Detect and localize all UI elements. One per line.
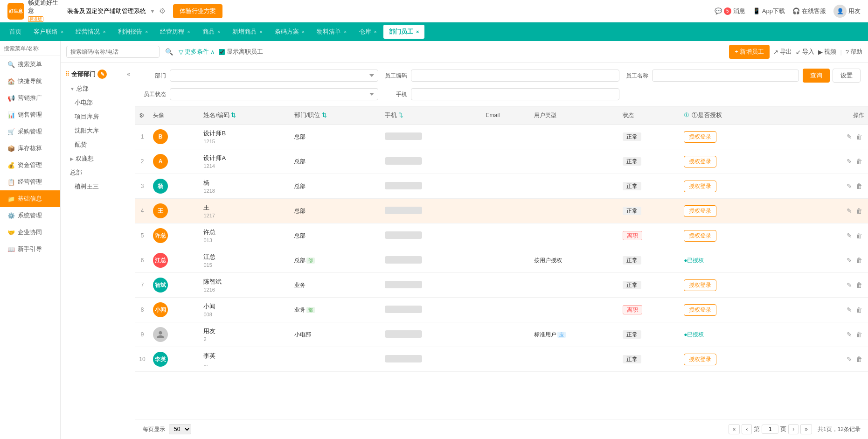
edit-button[interactable]: ✎ <box>845 132 854 141</box>
search-button[interactable]: 🔍 <box>163 46 175 57</box>
sort-icon[interactable]: ⇅ <box>231 111 236 118</box>
dept-item-zhishu[interactable]: 植树王三 <box>61 180 135 194</box>
tab-profit[interactable]: 利润报告× <box>112 25 153 39</box>
auth-login-button[interactable]: 授权登录 <box>684 279 716 291</box>
query-button[interactable]: 查询 <box>803 69 830 83</box>
auth-login-button[interactable]: 授权登录 <box>684 156 716 167</box>
phone-filter-input[interactable] <box>411 88 619 100</box>
sidebar-item-purchase[interactable]: 🛒 采购管理 <box>0 123 60 140</box>
auth-login-button[interactable]: 授权登录 <box>684 205 716 217</box>
close-icon[interactable]: × <box>374 29 377 35</box>
dept-filter-select[interactable] <box>170 70 378 82</box>
edit-button[interactable]: ✎ <box>845 206 854 216</box>
sidebar-item-search[interactable]: 🔍 搜索菜单 <box>0 56 60 73</box>
page-number-input[interactable] <box>762 425 778 434</box>
sidebar-search-input[interactable] <box>4 45 61 52</box>
help-button[interactable]: ? 帮助 <box>846 48 862 56</box>
edit-button[interactable]: ✎ <box>845 280 854 290</box>
sidebar-item-basic[interactable]: 📁 基础信息 <box>0 190 60 207</box>
sidebar-item-finance[interactable]: 💰 资金管理 <box>0 157 60 174</box>
last-page-button[interactable]: » <box>800 424 812 434</box>
tab-bom[interactable]: 物料清单× <box>311 25 352 39</box>
close-icon[interactable]: × <box>416 29 419 35</box>
delete-button[interactable]: 🗑 <box>854 330 864 339</box>
settings-icon[interactable]: ⚙ <box>139 112 145 119</box>
reset-button[interactable]: 设置 <box>833 69 861 83</box>
show-resigned-checkbox[interactable]: 显示离职员工 <box>219 48 263 56</box>
dept-collapse-icon[interactable]: « <box>127 71 130 77</box>
edit-button[interactable]: ✎ <box>845 231 854 240</box>
sidebar-item-quicknav[interactable]: 🏠 快捷导航 <box>0 73 60 90</box>
dept-item-zongbu-parent[interactable]: ▼ 总部 <box>61 82 135 96</box>
per-page-select[interactable]: 50 <box>169 424 191 434</box>
prev-page-button[interactable]: ‹ <box>742 424 752 434</box>
sidebar-item-inventory[interactable]: 📦 库存核算 <box>0 140 60 157</box>
sidebar-item-collab[interactable]: 🤝 企业协同 <box>0 224 60 241</box>
edit-button[interactable]: ✎ <box>845 355 854 364</box>
sidebar-item-system[interactable]: ⚙️ 系统管理 <box>0 207 60 224</box>
auth-login-button[interactable]: 授权登录 <box>684 354 716 365</box>
dept-all-label[interactable]: 全部部门 <box>71 70 96 78</box>
delete-button[interactable]: 🗑 <box>854 157 864 166</box>
close-icon[interactable]: × <box>187 29 190 35</box>
close-icon[interactable]: × <box>302 29 305 35</box>
trial-button[interactable]: 体验行业方案 <box>173 4 222 18</box>
more-filter-button[interactable]: ▽ 更多条件 ∧ <box>179 48 215 56</box>
auth-login-button[interactable]: 授权登录 <box>684 181 716 192</box>
dropdown-arrow-icon[interactable]: ▼ <box>150 8 155 14</box>
close-icon[interactable]: × <box>344 29 347 35</box>
delete-button[interactable]: 🗑 <box>854 132 864 141</box>
delete-button[interactable]: 🗑 <box>854 231 864 240</box>
auth-login-button[interactable]: 授权登录 <box>684 131 716 143</box>
delete-button[interactable]: 🗑 <box>854 181 864 191</box>
close-icon[interactable]: × <box>61 29 63 35</box>
auth-login-button[interactable]: 授权登录 <box>684 304 716 316</box>
tab-customer[interactable]: 客户联络× <box>28 25 69 39</box>
dept-item-shenyang[interactable]: 沈阳大库 <box>61 124 135 138</box>
export-button[interactable]: ↗ 导出 <box>773 48 792 56</box>
tab-operation[interactable]: 经营情况× <box>70 25 111 39</box>
close-icon[interactable]: × <box>259 29 262 35</box>
edit-button[interactable]: ✎ <box>845 256 854 265</box>
sort-icon[interactable]: ⇅ <box>322 111 327 118</box>
sidebar-item-sales[interactable]: 📊 销售管理 <box>0 106 60 123</box>
dept-item-zongbu2[interactable]: 总部 <box>61 166 135 180</box>
message-btn[interactable]: 💬 5 消息 <box>715 7 745 15</box>
status-filter-select[interactable] <box>170 88 378 100</box>
import-button[interactable]: ↙ 导入 <box>796 48 814 56</box>
view-button[interactable]: ▶ 视频 <box>818 48 836 56</box>
next-page-button[interactable]: › <box>788 424 799 434</box>
tab-warehouse[interactable]: 仓库× <box>354 25 382 39</box>
app-download-btn[interactable]: 📱 App下载 <box>753 7 785 15</box>
dept-item-peihuo[interactable]: 配货 <box>61 138 135 152</box>
tab-history[interactable]: 经营历程× <box>154 25 195 39</box>
delete-button[interactable]: 🗑 <box>854 355 864 364</box>
sidebar-item-operations[interactable]: 📋 经营管理 <box>0 174 60 190</box>
first-page-button[interactable]: « <box>729 424 740 434</box>
edit-button[interactable]: ✎ <box>845 181 854 191</box>
tab-home[interactable]: 首页 <box>4 25 27 39</box>
delete-button[interactable]: 🗑 <box>854 256 864 265</box>
edit-button[interactable]: ✎ <box>845 330 854 339</box>
dept-item-project[interactable]: 项目库房 <box>61 110 135 124</box>
search-input[interactable] <box>66 46 160 58</box>
dept-edit-button[interactable]: ✎ <box>97 70 107 79</box>
emp-name-input[interactable] <box>652 70 799 82</box>
tab-new-goods[interactable]: 新增商品× <box>227 25 268 39</box>
sidebar-item-marketing[interactable]: 📢 营销推广 <box>0 90 60 106</box>
tab-barcode[interactable]: 条码方案× <box>269 25 310 39</box>
gear-icon[interactable]: ⚙ <box>159 7 166 15</box>
dept-item-xiaodian[interactable]: 小电部 <box>61 96 135 110</box>
user-menu[interactable]: 👤 用友 <box>833 5 861 18</box>
close-icon[interactable]: × <box>103 29 105 35</box>
tab-goods[interactable]: 商品× <box>197 25 226 39</box>
close-icon[interactable]: × <box>145 29 148 35</box>
tab-employees[interactable]: 部门员工× <box>383 25 424 39</box>
add-employee-button[interactable]: + 新增员工 <box>729 45 770 59</box>
edit-button[interactable]: ✎ <box>845 157 854 166</box>
dept-item-shuanglu[interactable]: ▶ 双鹿想 <box>61 152 135 166</box>
edit-button[interactable]: ✎ <box>845 305 854 314</box>
delete-button[interactable]: 🗑 <box>854 280 864 290</box>
online-service-btn[interactable]: 🎧 在线客服 <box>792 7 826 15</box>
sidebar-item-guide[interactable]: 📖 新手引导 <box>0 241 60 258</box>
